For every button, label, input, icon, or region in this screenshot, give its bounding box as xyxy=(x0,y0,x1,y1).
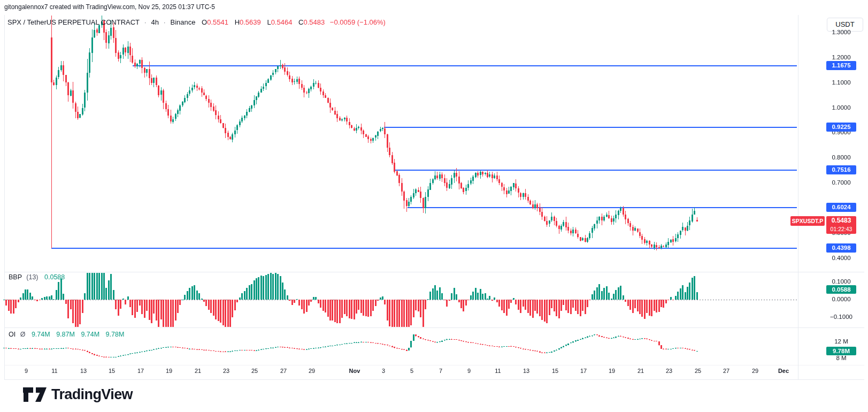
bbp-tick-label: 0.0000 xyxy=(826,296,856,302)
price-change-label: −0.0059 (−1.06%) xyxy=(330,18,386,26)
level-price-badge: 0.9225 xyxy=(826,123,856,132)
time-tick-label: 9 xyxy=(25,368,28,374)
bbp-tick-label: 0.1000 xyxy=(826,278,856,285)
time-tick-label: 17 xyxy=(137,368,144,374)
tradingview-logo[interactable]: TradingView xyxy=(22,386,133,403)
time-tick-label: 13 xyxy=(80,368,87,374)
oi-avg-symbol: Ø xyxy=(20,331,26,338)
time-scale[interactable]: 911131517192123252729Nov3579111315171921… xyxy=(4,365,798,379)
candle-countdown: 01:22:43 xyxy=(826,225,856,233)
time-tick-label: Dec xyxy=(778,368,789,374)
time-tick-label: 21 xyxy=(637,368,644,374)
oi-value-badge: 9.78M xyxy=(826,347,856,355)
time-tick-label: 15 xyxy=(552,368,558,374)
oi-name[interactable]: OI xyxy=(9,331,16,338)
time-tick-label: 25 xyxy=(695,368,701,374)
exchange-label: Binance xyxy=(171,18,196,26)
price-tick-label: 1.2000 xyxy=(826,54,856,60)
level-price-badge: 0.4398 xyxy=(826,243,856,253)
time-tick-label: 23 xyxy=(666,368,672,374)
oi-close-value: 9.78M xyxy=(106,331,125,338)
price-tick-label: 1.3000 xyxy=(826,29,856,35)
tradingview-logo-icon xyxy=(22,386,47,403)
interval-label[interactable]: 4h xyxy=(151,18,158,26)
bbp-params: (13) xyxy=(26,273,38,281)
ohlc-close: C0.5483 xyxy=(298,18,325,26)
time-tick-label: 7 xyxy=(439,368,442,374)
attribution-text: gitongalennox7 created with TradingView.… xyxy=(4,3,215,11)
time-tick-label: 29 xyxy=(752,368,758,374)
time-tick-label: 29 xyxy=(309,368,315,374)
time-tick-label: 11 xyxy=(51,368,57,374)
level-price-badge: 0.7516 xyxy=(826,165,856,174)
ohlc-high: H0.5639 xyxy=(235,18,261,26)
oi-high-value: 9.87M xyxy=(56,331,75,338)
oi-tick-label: 12 M xyxy=(826,338,856,345)
price-tick-label: 0.8000 xyxy=(826,154,856,161)
oi-open-value: 9.74M xyxy=(32,331,50,338)
price-tick-label: 0.4000 xyxy=(826,255,856,261)
oi-legend: OI Ø 9.74M 9.87M 9.74M 9.78M xyxy=(9,331,124,338)
time-tick-label: 25 xyxy=(251,368,258,374)
time-tick-label: 17 xyxy=(580,368,587,374)
ohlc-low: L0.5464 xyxy=(267,18,292,26)
tradingview-logo-text: TradingView xyxy=(51,386,133,403)
tradingview-chart-page: gitongalennox7 created with TradingView.… xyxy=(0,0,868,412)
time-tick-label: 27 xyxy=(280,368,287,374)
time-tick-label: 13 xyxy=(523,368,529,374)
chart-canvas[interactable] xyxy=(0,0,868,412)
level-price-badge: 1.1675 xyxy=(826,61,856,70)
legend-separator: · xyxy=(164,18,166,26)
price-tick-label: 1.0000 xyxy=(826,104,856,111)
time-tick-label: 15 xyxy=(109,368,115,374)
price-tick-label: 1.1000 xyxy=(826,79,856,86)
last-price-value: 0.5483 xyxy=(826,216,856,225)
time-tick-label: Nov xyxy=(349,368,360,374)
bbp-value-badge: 0.0588 xyxy=(826,285,856,294)
bbp-name[interactable]: BBP xyxy=(9,273,22,281)
time-tick-label: 9 xyxy=(467,368,471,374)
symbol-price-tag: SPXUSDT.P xyxy=(790,216,825,226)
symbol-title[interactable]: SPX / TetherUS PERPETUAL CONTRACT xyxy=(7,18,140,26)
price-tick-label: 0.7000 xyxy=(826,179,856,186)
time-tick-label: 27 xyxy=(723,368,729,374)
time-tick-label: 23 xyxy=(223,368,229,374)
level-price-badge: 0.6024 xyxy=(826,203,856,212)
time-tick-label: 21 xyxy=(195,368,201,374)
ohlc-open: O0.5541 xyxy=(202,18,228,26)
bbp-legend: BBP (13) 0.0588 xyxy=(9,273,65,281)
oi-tick-label: 8 M xyxy=(826,355,856,361)
last-price-badge: 0.5483 01:22:43 xyxy=(826,216,856,234)
legend-separator: · xyxy=(144,18,146,26)
symbol-legend: SPX / TetherUS PERPETUAL CONTRACT · 4h ·… xyxy=(7,18,386,26)
time-tick-label: 19 xyxy=(609,368,615,374)
oi-low-value: 9.74M xyxy=(81,331,99,338)
bbp-value: 0.0588 xyxy=(44,273,65,281)
bbp-tick-label: −0.1000 xyxy=(826,314,856,320)
time-tick-label: 5 xyxy=(410,368,413,374)
time-tick-label: 3 xyxy=(382,368,385,374)
time-tick-label: 11 xyxy=(495,368,501,374)
time-tick-label: 19 xyxy=(166,368,172,374)
